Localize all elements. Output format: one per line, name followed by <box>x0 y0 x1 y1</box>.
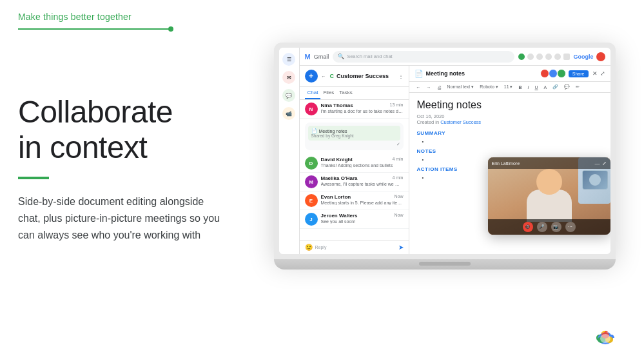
chat-item-jeroen[interactable]: J Jeroen Walters Now See you all soon! <box>300 210 409 229</box>
maelika-avatar: M <box>305 175 318 188</box>
david-time: 4 min <box>392 157 403 162</box>
action-icon-2[interactable] <box>536 54 543 60</box>
share-avatar-1 <box>540 69 549 78</box>
evan-time: Now <box>394 194 403 200</box>
user-avatar[interactable] <box>596 52 605 61</box>
evan-preview: Meeting starts in 5. Please add any item… <box>321 201 404 205</box>
gmail-body: + ← C Customer Success ⋮ Chat Files <box>300 66 610 254</box>
panel-header: + ← C Customer Success ⋮ <box>300 66 409 87</box>
left-section: Collaborate in context Side-by-side docu… <box>18 55 263 243</box>
gmail-logo-text: Gmail <box>314 54 329 60</box>
emoji-icon[interactable]: 🙂 <box>305 244 313 251</box>
jeroen-preview: See you all soon! <box>321 219 404 224</box>
maelika-preview: Awesome, I'll capture tasks while we mee… <box>321 182 404 186</box>
doc-bubble-tick: ✓ <box>308 142 400 147</box>
pip-camera-button[interactable]: 📷 <box>551 222 561 232</box>
pip-participant-name: Erin Lattimore <box>492 161 520 166</box>
chat-message-nina: N Nina Thomas 13 min I'm starting a doc … <box>300 100 409 240</box>
panel-tabs: Chat Files Tasks <box>300 87 409 100</box>
sidebar-hamburger-icon[interactable]: ☰ <box>282 53 295 66</box>
jeroen-avatar: J <box>305 213 318 226</box>
accent-line <box>18 177 49 179</box>
david-name: David Knight <box>321 157 353 162</box>
pip-mic-button[interactable]: 🎤 <box>537 222 547 232</box>
action-icon-3[interactable] <box>545 54 552 60</box>
compose-button[interactable]: + <box>305 70 318 83</box>
laptop-base <box>274 259 616 270</box>
doc-title: Meeting notes <box>426 70 538 77</box>
nina-time: 13 min <box>389 103 403 108</box>
apps-icon[interactable] <box>563 54 570 60</box>
doc-toolbar: ← → 🖨 Normal text ▾ Roboto ▾ 11 ▾ B I U <box>409 82 610 93</box>
more-options-icon[interactable]: ⋮ <box>398 74 404 79</box>
pip-end-call-button[interactable]: 📵 <box>523 222 533 232</box>
share-button[interactable]: Share <box>569 70 589 77</box>
pip-minimize-icon[interactable]: — <box>595 161 600 166</box>
pip-more-button[interactable]: ⋯ <box>565 222 576 232</box>
customer-success-icon: C <box>330 73 335 79</box>
left-panel-title: Customer Success <box>337 73 396 79</box>
tab-files[interactable]: Files <box>320 87 337 99</box>
doc-close-icon[interactable]: ✕ <box>592 70 598 77</box>
pip-header: Erin Lattimore — ⤢ <box>488 157 610 169</box>
sidebar-mail-icon[interactable]: ✉ <box>282 71 295 84</box>
doc-location-link[interactable]: Customer Success <box>440 119 481 125</box>
toolbar-font[interactable]: Roboto ▾ <box>478 84 500 90</box>
toolbar-style[interactable]: Normal text ▾ <box>445 84 476 90</box>
jeroen-info: Jeroen Walters Now See you all soon! <box>321 213 404 224</box>
tab-chat[interactable]: Chat <box>305 87 321 99</box>
pip-small-video <box>582 170 608 190</box>
gmail-left-panel: + ← C Customer Success ⋮ Chat Files <box>300 66 409 254</box>
send-icon[interactable]: ➤ <box>398 244 404 251</box>
maelika-name-row: Maelika O'Hara 4 min <box>321 175 404 181</box>
chat-item-nina: N Nina Thomas 13 min I'm starting a doc … <box>300 100 409 119</box>
sidebar-video-icon[interactable]: 📹 <box>282 107 295 120</box>
tab-tasks[interactable]: Tasks <box>337 87 355 99</box>
toolbar-redo[interactable]: → <box>425 84 433 90</box>
sidebar-chat-icon[interactable]: 💬 <box>282 89 295 102</box>
toolbar-bold[interactable]: B <box>517 84 524 90</box>
toolbar-color[interactable]: A <box>542 84 549 90</box>
google-cloud-svg <box>592 327 618 348</box>
toolbar-underline[interactable]: U <box>533 84 540 90</box>
doc-main-title: Meeting notes <box>417 99 603 111</box>
toolbar-link[interactable]: 🔗 <box>551 84 560 90</box>
doc-bubble-title: Meeting notes <box>319 129 347 133</box>
top-bar: Make things better together <box>0 0 644 30</box>
toolbar-undo[interactable]: ← <box>415 84 423 90</box>
nina-name: Nina Thomas <box>321 103 353 108</box>
laptop-wrapper: ☰ ✉ 💬 📹 M Gmail <box>274 43 616 270</box>
evan-avatar: E <box>305 194 318 207</box>
action-icon-1[interactable] <box>527 54 534 60</box>
pip-expand-icon[interactable]: ⤢ <box>602 161 607 166</box>
toolbar-size[interactable]: 11 ▾ <box>502 84 515 90</box>
main-content: Collaborate in context Side-by-side docu… <box>0 30 644 270</box>
doc-created-in: Created in <box>417 119 441 125</box>
search-placeholder: Search mail and chat <box>347 54 392 59</box>
chat-item-maelika[interactable]: M Maelika O'Hara 4 min Awesome, I'll cap… <box>300 173 409 191</box>
doc-summary-bullet: • <box>422 139 603 144</box>
maelika-info: Maelika O'Hara 4 min Awesome, I'll captu… <box>321 175 404 186</box>
back-arrow[interactable]: ← <box>322 74 326 79</box>
laptop-screen-inner: ☰ ✉ 💬 📹 M Gmail <box>279 48 610 254</box>
maelika-time: 4 min <box>392 175 403 181</box>
body-text: Side-by-side document editing alongside … <box>18 193 224 243</box>
doc-expand-icon[interactable]: ⤢ <box>600 70 605 77</box>
jeroen-name-row: Jeroen Walters Now <box>321 213 404 219</box>
chat-item-evan[interactable]: E Evan Lorton Now Meeting starts in 5. P… <box>300 191 409 210</box>
share-area <box>540 69 566 78</box>
reply-input[interactable]: Reply <box>315 245 396 250</box>
share-avatar-2 <box>549 69 558 78</box>
pip-controls: 📵 🎤 📷 ⋯ <box>488 219 610 235</box>
action-icon-4[interactable] <box>554 54 561 60</box>
pip-video[interactable]: Erin Lattimore — ⤢ <box>488 157 610 235</box>
jeroen-time: Now <box>394 213 403 219</box>
evan-info: Evan Lorton Now Meeting starts in 5. Ple… <box>321 194 404 205</box>
toolbar-pencil[interactable]: ✏ <box>574 84 581 90</box>
toolbar-comment[interactable]: 💬 <box>562 84 572 90</box>
gmail-search-bar[interactable]: 🔍 Search mail and chat <box>333 51 514 63</box>
toolbar-italic[interactable]: I <box>526 84 531 90</box>
toolbar-print[interactable]: 🖨 <box>435 84 444 90</box>
doc-summary-title: SUMMARY <box>417 130 603 136</box>
chat-item-david[interactable]: D David Knight 4 min Thanks! Adding sect… <box>300 154 409 173</box>
